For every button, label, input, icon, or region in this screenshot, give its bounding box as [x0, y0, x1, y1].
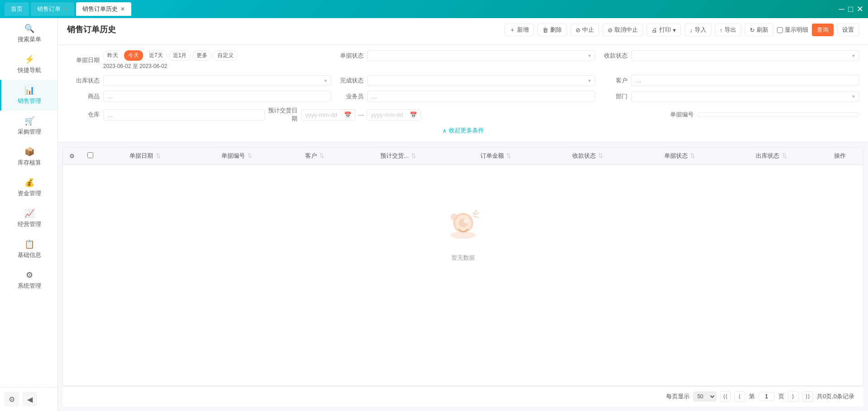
- th-operation: 操作: [817, 147, 863, 165]
- svg-point-5: [451, 213, 458, 221]
- th-payment-status[interactable]: 收款状态 ⇅: [542, 147, 634, 165]
- tab-sales-history-close[interactable]: ✕: [120, 6, 125, 12]
- import-label: 导入: [695, 26, 706, 34]
- stock-out-select[interactable]: ▾: [103, 75, 331, 86]
- stop-button[interactable]: ⊘ 中止: [571, 24, 599, 36]
- import-button[interactable]: ↓ 导入: [685, 24, 711, 36]
- date-yesterday-btn[interactable]: 昨天: [103, 50, 122, 61]
- customer-filter-cell: 客户 …: [595, 75, 859, 86]
- date-more-btn[interactable]: 更多: [192, 50, 211, 61]
- expected-date-to[interactable]: yyyy-mm-dd 📅: [367, 109, 421, 121]
- th-checkbox[interactable]: [81, 147, 99, 165]
- refresh-button[interactable]: ↻ 刷新: [745, 24, 773, 36]
- empty-state-cell: 暂无数据: [63, 165, 863, 299]
- page-label-after: 页: [778, 392, 784, 401]
- sidebar-item-sales[interactable]: 📊 销售管理: [0, 80, 58, 111]
- sidebar-collapse-btn[interactable]: ◀: [23, 392, 37, 406]
- window-close-btn[interactable]: ✕: [857, 4, 863, 14]
- th-settings[interactable]: ⚙: [63, 147, 81, 165]
- th-payment-status-label: 收款状态: [572, 152, 596, 159]
- window-restore-btn[interactable]: □: [848, 5, 853, 14]
- salesperson-input[interactable]: …: [367, 91, 595, 102]
- search-icon: 🔍: [24, 24, 34, 34]
- bill-no-input[interactable]: [697, 112, 859, 117]
- topbar: 首页 销售订单 ✕ 销售订单历史 ✕ ─ □ ✕: [0, 0, 868, 18]
- th-bill-status[interactable]: 单据状态 ⇅: [633, 147, 725, 165]
- collapse-bar[interactable]: ∧ 收起更多条件: [67, 125, 859, 136]
- payment-status-select[interactable]: ▾: [631, 50, 859, 61]
- tab-sales-order-close[interactable]: ✕: [63, 6, 68, 12]
- product-dots: …: [107, 93, 113, 100]
- print-arrow: ▾: [673, 27, 676, 34]
- first-page-btn[interactable]: ⟨⟨: [720, 391, 731, 402]
- sidebar-item-purchase[interactable]: 🛒 采购管理: [0, 111, 58, 141]
- add-button[interactable]: ＋ 新增: [504, 24, 534, 36]
- filter-row-3: 商品 … 业务员 … 部门 ▾: [67, 91, 859, 102]
- sidebar-item-inventory[interactable]: 📦 库存核算: [0, 141, 58, 172]
- th-order-amount[interactable]: 订单金额 ⇅: [450, 147, 542, 165]
- sidebar-item-system-label: 系统管理: [18, 282, 41, 290]
- warehouse-input[interactable]: …: [103, 109, 265, 121]
- dept-select[interactable]: ▾: [631, 91, 859, 102]
- sidebar-item-search[interactable]: 🔍 搜索菜单: [0, 18, 58, 49]
- date-filter-cell: 单据日期 昨天 今天 近7天 近1月 更多 自定义 2023-06-02 至 2…: [67, 50, 331, 70]
- th-expected-delivery[interactable]: 预计交货... ⇅: [346, 147, 450, 165]
- th-stock-out-status-label: 出库状态: [756, 152, 779, 159]
- th-stock-out-status[interactable]: 出库状态 ⇅: [725, 147, 817, 165]
- salesperson-dots: …: [371, 93, 377, 100]
- th-customer[interactable]: 客户 ⇅: [283, 147, 346, 165]
- date-separator: —: [358, 111, 364, 118]
- export-button[interactable]: ↑ 导出: [715, 24, 742, 36]
- tab-sales-history[interactable]: 销售订单历史 ✕: [76, 2, 131, 16]
- bill-status-select[interactable]: ▾: [367, 50, 595, 61]
- sidebar-item-operations[interactable]: 📈 经营管理: [0, 203, 58, 234]
- refresh-label: 刷新: [757, 26, 768, 34]
- print-button[interactable]: 🖨 打印 ▾: [647, 24, 681, 36]
- th-expected-delivery-label: 预计交货...: [380, 152, 409, 159]
- table-header-row: ⚙ 单据日期 ⇅ 单据编号 ⇅: [63, 147, 863, 165]
- empty-state-row: 暂无数据: [63, 165, 863, 299]
- query-button[interactable]: 查询: [812, 24, 834, 36]
- settings-icon[interactable]: ⚙: [69, 153, 75, 160]
- sidebar-item-system[interactable]: ⚙ 系统管理: [0, 265, 58, 295]
- tab-sales-order[interactable]: 销售订单 ✕: [31, 2, 74, 16]
- th-date[interactable]: 单据日期 ⇅: [99, 147, 191, 165]
- tab-home[interactable]: 首页: [5, 2, 29, 16]
- delete-button[interactable]: 🗑 删除: [537, 24, 567, 36]
- show-detail-checkbox[interactable]: [777, 27, 783, 33]
- date-today-btn[interactable]: 今天: [124, 50, 143, 61]
- page-size-select[interactable]: 50 20 100: [693, 392, 716, 401]
- expected-date-from[interactable]: yyyy-mm-dd 📅: [301, 109, 355, 121]
- last-page-btn[interactable]: ⟩⟩: [802, 391, 813, 402]
- table-container: ⚙ 单据日期 ⇅ 单据编号 ⇅: [62, 147, 863, 386]
- inventory-icon: 📦: [24, 147, 34, 157]
- sidebar-item-base-info[interactable]: 📋 基础信息: [0, 234, 58, 265]
- sidebar-settings-btn[interactable]: ⚙: [5, 392, 19, 406]
- customer-input[interactable]: …: [631, 75, 859, 86]
- stock-out-arrow: ▾: [324, 77, 327, 84]
- complete-status-select[interactable]: ▾: [367, 75, 595, 86]
- sort-arrows-date: ⇅: [156, 152, 161, 159]
- prev-page-btn[interactable]: ⟨: [734, 391, 745, 402]
- window-minimize-btn[interactable]: ─: [839, 5, 844, 14]
- show-detail-checkbox-label[interactable]: 显示明细: [777, 26, 808, 34]
- cancel-stop-button[interactable]: ⊘ 取消中止: [603, 24, 643, 36]
- select-all-checkbox[interactable]: [87, 152, 93, 158]
- date-7days-btn[interactable]: 近7天: [145, 50, 167, 61]
- settings-button[interactable]: 设置: [837, 24, 859, 36]
- date-custom-btn[interactable]: 自定义: [213, 50, 238, 61]
- warehouse-filter-cell: 仓库 …: [67, 109, 265, 121]
- calendar-from-icon[interactable]: 📅: [344, 111, 351, 118]
- stop-icon: ⊘: [575, 27, 580, 34]
- delete-label: 删除: [550, 26, 562, 34]
- page-number-input[interactable]: [758, 392, 775, 401]
- th-bill-no[interactable]: 单据编号 ⇅: [191, 147, 283, 165]
- product-input[interactable]: …: [103, 91, 331, 102]
- print-icon: 🖨: [652, 27, 657, 34]
- calendar-to-icon[interactable]: 📅: [410, 111, 417, 118]
- sidebar-item-quick-nav[interactable]: ⚡ 快捷导航: [0, 49, 58, 80]
- topbar-right: ─ □ ✕: [839, 4, 863, 14]
- sidebar-item-finance[interactable]: 💰 资金管理: [0, 172, 58, 203]
- next-page-btn[interactable]: ⟩: [788, 391, 799, 402]
- date-1month-btn[interactable]: 近1月: [169, 50, 191, 61]
